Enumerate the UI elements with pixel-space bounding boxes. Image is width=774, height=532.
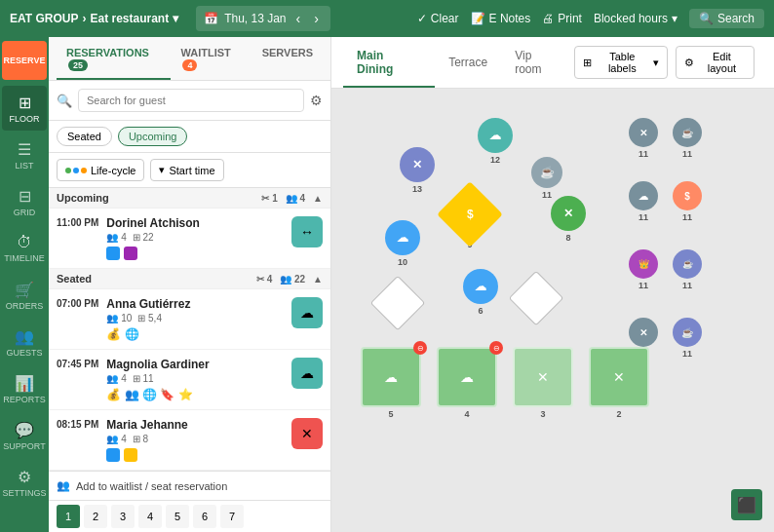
floor-icon: ⊞ [19, 94, 31, 112]
tab-waitlist[interactable]: WAITLIST 4 [171, 37, 252, 80]
tab-servers[interactable]: SERVERS [252, 37, 323, 80]
reservations-panel: RESERVATIONS 25 WAITLIST 4 SERVERS 🔍 ⚙ S… [49, 37, 331, 532]
chevron-down-icon: ▾ [653, 57, 659, 69]
table-12[interactable]: ☁ 12 [478, 118, 513, 165]
page-6[interactable]: 6 [193, 505, 216, 528]
tab-terrace[interactable]: Terrace [435, 44, 501, 81]
grid-icon-small: ⊞ [583, 57, 592, 69]
table-r3[interactable]: ☁ 11 [629, 181, 658, 222]
host-button[interactable]: ⬛ [731, 489, 762, 520]
page-1[interactable]: 1 [57, 505, 80, 528]
reservation-avatar: ↔ [291, 216, 323, 247]
panel-actions: Life-cycle ▾ Start time [49, 153, 330, 188]
lifecycle-button[interactable]: Life-cycle [57, 159, 144, 181]
table-1[interactable]: 1 [378, 284, 417, 324]
print-button[interactable]: 🖨 Print [542, 12, 582, 25]
page-5[interactable]: 5 [166, 505, 189, 528]
filter-icon[interactable]: ⚙ [310, 93, 323, 108]
page-7[interactable]: 7 [220, 505, 244, 528]
table-r5[interactable]: 👑 11 [629, 249, 658, 290]
sidebar-item-support[interactable]: 💬 SUPPORT [2, 413, 47, 458]
panel-search: 🔍 ⚙ [49, 81, 330, 121]
table-r1[interactable]: ✕ 11 [629, 118, 658, 159]
host-icon: ⬛ [737, 496, 756, 514]
table-r2[interactable]: ☕ 11 [673, 118, 702, 159]
settings-icon: ⚙ [18, 468, 31, 486]
chevron-down-icon: ▾ [672, 12, 677, 25]
seated-section-header: Seated ✂ 4 👥 22 ▲ [49, 269, 330, 289]
tab-main-dining[interactable]: Main Dining [343, 37, 435, 88]
date-nav[interactable]: 📅 Thu, 13 Jan ‹ › [196, 6, 330, 31]
table-labels-button[interactable]: ⊞ Table labels ▾ [574, 46, 668, 79]
prev-date-button[interactable]: ‹ [292, 9, 305, 28]
collapse-seated[interactable]: ▲ [313, 274, 323, 285]
table-5[interactable]: ☁ ⊖ 5 [361, 347, 421, 419]
table-11a[interactable]: ☕ 11 [531, 157, 562, 200]
sidebar-item-guests[interactable]: 👥 GUESTS [2, 320, 47, 364]
next-date-button[interactable]: › [310, 9, 323, 28]
filter-seated[interactable]: Seated [57, 127, 112, 146]
table-4[interactable]: ☁ ⊖ 4 [437, 347, 497, 419]
grid-icon: ⊟ [19, 187, 31, 206]
table-r6[interactable]: ☕ 11 [673, 249, 702, 290]
upcoming-section-header: Upcoming ✂ 1 👥 4 ▲ [49, 188, 330, 209]
clear-button[interactable]: ✓ Clear [417, 12, 459, 25]
sidebar-item-orders[interactable]: 🛒 ORDERS [2, 273, 47, 318]
notes-button[interactable]: 📝 E Notes [471, 12, 531, 25]
reservation-item[interactable]: 07:45 PM Magnolia Gardiner 👥 4 ⊞ 11 💰 👥 … [49, 350, 330, 410]
search-input[interactable] [78, 89, 304, 112]
search-button[interactable]: 🔍 Search [689, 9, 764, 28]
print-icon: 🖨 [542, 12, 554, 25]
table-r8[interactable]: ☕ 11 [673, 318, 702, 359]
icon-sidebar: RESERVE ⊞ FLOOR ☰ LIST ⊟ GRID ⏱ TIMELINE… [0, 37, 49, 532]
table-7[interactable]: 7 [517, 279, 556, 320]
table-2[interactable]: ✕ 2 [589, 347, 649, 419]
floor-area: Main Dining Terrace Vip room ⊞ Table lab… [331, 37, 774, 532]
filter-upcoming[interactable]: Upcoming [118, 127, 188, 146]
reservation-item[interactable]: 08:15 PM Maria Jehanne 👥 4 ⊞ 8 ✕ [49, 410, 330, 471]
gear-icon: ⚙ [684, 57, 694, 69]
page-2[interactable]: 2 [84, 505, 107, 528]
reservation-avatar: ☁ [291, 358, 323, 389]
reservation-avatar: ✕ [291, 418, 323, 449]
table-6[interactable]: ☁ 6 [463, 269, 498, 316]
sidebar-item-list[interactable]: ☰ LIST [2, 133, 47, 177]
page-numbers: 1 2 3 4 5 6 7 [49, 501, 330, 532]
tab-vip-room[interactable]: Vip room [501, 37, 574, 88]
blocked-hours-button[interactable]: Blocked hours ▾ [594, 12, 677, 25]
filter-chips: Seated Upcoming [49, 121, 330, 153]
reservation-item[interactable]: 11:00 PM Dorinel Atchison 👥 4 ⊞ 22 ↔ [49, 209, 330, 269]
timeline-icon: ⏱ [17, 234, 32, 251]
search-icon: 🔍 [699, 12, 714, 25]
sidebar-item-settings[interactable]: ⚙ SETTINGS [2, 460, 47, 505]
reserve-button[interactable]: RESERVE [2, 41, 47, 80]
panel-tabs: RESERVATIONS 25 WAITLIST 4 SERVERS [49, 37, 330, 81]
brand[interactable]: EAT GROUP › Eat restaurant ▾ [10, 12, 178, 25]
start-time-button[interactable]: ▾ Start time [150, 159, 223, 181]
panel-bottom: 👥 Add to waitlist / seat reservation 1 2… [49, 471, 330, 532]
table-13[interactable]: ✕ 13 [400, 147, 435, 194]
reservation-item[interactable]: 07:00 PM Anna Gutiérrez 👥 10 ⊞ 5,4 💰 🌐 ☁ [49, 289, 330, 350]
table-10[interactable]: ☁ 10 [385, 220, 420, 267]
tab-reservations[interactable]: RESERVATIONS 25 [57, 37, 171, 80]
table-8[interactable]: ✕ 8 [551, 196, 586, 243]
people-icon: 👥 [57, 479, 70, 492]
edit-layout-button[interactable]: ⚙ Edit layout [676, 46, 755, 79]
add-waitlist-button[interactable]: 👥 Add to waitlist / seat reservation [49, 472, 330, 501]
table-r4[interactable]: $ 11 [673, 181, 702, 222]
table-9[interactable]: $ 9 [446, 191, 493, 249]
collapse-upcoming[interactable]: ▲ [313, 193, 323, 204]
sidebar-item-reports[interactable]: 📊 REPORTS [2, 366, 47, 411]
guests-icon: 👥 [15, 327, 34, 346]
top-actions: ✓ Clear 📝 E Notes 🖨 Print Blocked hours … [417, 9, 764, 28]
sidebar-item-grid[interactable]: ⊟ GRID [2, 179, 47, 224]
sidebar-item-timeline[interactable]: ⏱ TIMELINE [2, 226, 47, 271]
sidebar-item-floor[interactable]: ⊞ FLOOR [2, 86, 47, 131]
table-3[interactable]: ✕ 3 [513, 347, 573, 419]
support-icon: 💬 [15, 421, 34, 439]
floor-map: ✕ 13 ☁ 12 ☕ 11 ✕ [331, 89, 774, 532]
page-3[interactable]: 3 [111, 505, 135, 528]
notes-icon: 📝 [471, 12, 485, 25]
page-4[interactable]: 4 [138, 505, 162, 528]
search-icon-panel: 🔍 [57, 94, 72, 108]
